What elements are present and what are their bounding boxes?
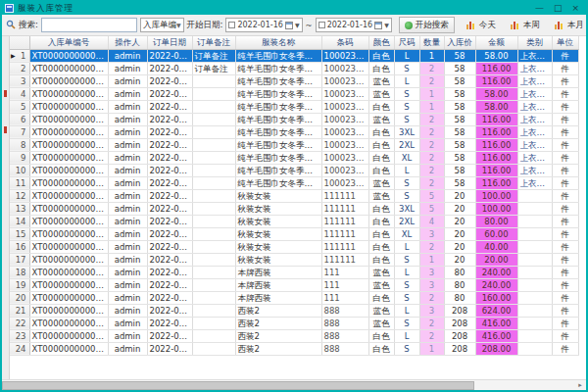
grid-cell[interactable]: 上衣→女 bbox=[517, 176, 552, 189]
grid-cell[interactable]: 蓝色 bbox=[368, 176, 394, 189]
grid-cell[interactable]: XT000000000003 bbox=[29, 240, 108, 253]
search-input[interactable] bbox=[41, 18, 137, 32]
grid-cell[interactable]: 秋装女装 bbox=[235, 240, 321, 253]
grid-cell[interactable]: 上衣→女 bbox=[517, 138, 552, 151]
grid-cell[interactable]: XT000000000005 bbox=[29, 176, 108, 189]
grid-cell[interactable]: 3 bbox=[419, 304, 444, 317]
grid-cell[interactable]: XT000000000004 bbox=[29, 215, 108, 227]
grid-cell[interactable] bbox=[192, 278, 235, 291]
grid-cell[interactable] bbox=[517, 342, 552, 355]
minimize-button[interactable]: — bbox=[535, 4, 544, 13]
grid-cell[interactable]: 件 bbox=[552, 62, 578, 74]
grid-cell[interactable]: 116.00 bbox=[475, 151, 517, 164]
grid-cell[interactable]: 80 bbox=[444, 266, 475, 278]
grid-cell[interactable]: admin bbox=[108, 227, 147, 240]
grid-cell[interactable]: XT000000000011 bbox=[29, 74, 108, 87]
grid-cell[interactable]: 80 bbox=[444, 291, 475, 304]
grid-cell[interactable]: 888 bbox=[321, 317, 368, 329]
grid-cell[interactable]: 订单备注 bbox=[192, 49, 235, 62]
grid-cell[interactable] bbox=[517, 266, 552, 278]
grid-cell[interactable]: admin bbox=[108, 138, 147, 151]
table-row[interactable]: 4XT000000000010admin2022-01-11纯羊毛围巾女冬季韩版… bbox=[10, 87, 578, 100]
table-row[interactable]: 20XT000000000002admin2022-01-04本牌西装111白色… bbox=[10, 291, 578, 304]
grid-cell[interactable]: 白色 bbox=[368, 49, 394, 62]
grid-cell[interactable]: 208 bbox=[444, 342, 475, 355]
grid-cell[interactable]: admin bbox=[108, 317, 147, 329]
grid-cell[interactable] bbox=[192, 100, 235, 113]
grid-cell[interactable]: 100023767054 bbox=[321, 49, 368, 62]
grid-cell[interactable] bbox=[192, 202, 235, 215]
column-header[interactable]: 服装名称 bbox=[235, 36, 321, 49]
grid-cell[interactable]: 1 bbox=[419, 87, 444, 100]
grid-cell[interactable]: 111111 bbox=[321, 227, 368, 240]
grid-cell[interactable]: 2022-01-04 bbox=[147, 189, 192, 202]
grid-cell[interactable]: admin bbox=[108, 329, 147, 342]
table-row[interactable]: 15XT000000000003admin2022-01-04秋装女装11111… bbox=[10, 227, 578, 240]
table-row[interactable]: 2XT000000000012admin2022-01-14订单备注纯羊毛围巾女… bbox=[10, 62, 578, 74]
grid-cell[interactable]: XT000000000002 bbox=[29, 266, 108, 278]
grid-cell[interactable]: 件 bbox=[552, 138, 578, 151]
row-header[interactable]: 7 bbox=[10, 125, 29, 138]
grid-cell[interactable]: XT000000000006 bbox=[29, 164, 108, 176]
grid-cell[interactable] bbox=[192, 342, 235, 355]
table-row[interactable]: 21XT000000000001admin2022-01-04西装2888蓝色L… bbox=[10, 304, 578, 317]
grid-cell[interactable] bbox=[517, 189, 552, 202]
grid-cell[interactable]: admin bbox=[108, 240, 147, 253]
close-button[interactable]: × bbox=[571, 4, 579, 13]
grid-cell[interactable] bbox=[192, 74, 235, 87]
row-header[interactable]: 20 bbox=[10, 291, 29, 304]
row-header[interactable]: 17 bbox=[10, 253, 29, 266]
row-header[interactable]: 24 bbox=[10, 342, 29, 355]
grid-cell[interactable]: 2022-01-04 bbox=[147, 317, 192, 329]
grid-cell[interactable] bbox=[192, 329, 235, 342]
grid-cell[interactable]: XT000000000003 bbox=[29, 253, 108, 266]
grid-cell[interactable] bbox=[517, 202, 552, 215]
grid-cell[interactable]: L bbox=[394, 49, 419, 62]
grid-cell[interactable]: XT000000000003 bbox=[29, 227, 108, 240]
grid-cell[interactable]: XT000000000001 bbox=[29, 329, 108, 342]
grid-cell[interactable]: 蓝色 bbox=[368, 87, 394, 100]
chevron-down-icon[interactable]: ▼ bbox=[384, 22, 389, 28]
left-dock-strip[interactable] bbox=[2, 36, 10, 379]
grid-cell[interactable]: 蓝色 bbox=[368, 278, 394, 291]
chevron-down-icon[interactable]: ▼ bbox=[295, 22, 300, 28]
grid-cell[interactable] bbox=[192, 227, 235, 240]
grid-cell[interactable]: 58.00 bbox=[475, 87, 517, 100]
filter-today-button[interactable]: 今天 bbox=[461, 17, 502, 33]
table-row[interactable]: ▶1XT000000000012admin2022-01-14订单备注纯羊毛围巾… bbox=[10, 49, 578, 62]
table-row[interactable]: 22XT000000000001admin2022-01-04西装2888蓝色S… bbox=[10, 317, 578, 329]
grid-cell[interactable]: admin bbox=[108, 151, 147, 164]
grid-cell[interactable]: admin bbox=[108, 304, 147, 317]
grid-cell[interactable]: S bbox=[394, 342, 419, 355]
column-header[interactable]: 数量 bbox=[419, 36, 444, 49]
grid-cell[interactable]: 秋装女装 bbox=[235, 189, 321, 202]
grid-cell[interactable]: 件 bbox=[552, 240, 578, 253]
grid-cell[interactable]: 白色 bbox=[368, 125, 394, 138]
grid-cell[interactable]: 蓝色 bbox=[368, 113, 394, 125]
grid-cell[interactable]: 2022-01-11 bbox=[147, 87, 192, 100]
grid-cell[interactable]: 2022-01-04 bbox=[147, 215, 192, 227]
grid-cell[interactable] bbox=[192, 317, 235, 329]
grid-cell[interactable]: 2022-01-04 bbox=[147, 304, 192, 317]
table-row[interactable]: 3XT000000000011admin2022-01-11纯羊毛围巾女冬季韩版… bbox=[10, 74, 578, 87]
column-header[interactable]: 条码 bbox=[321, 36, 368, 49]
table-row[interactable]: 24XT000000000001admin2022-01-04西装2888白色S… bbox=[10, 342, 578, 355]
grid-cell[interactable]: 240.00 bbox=[475, 278, 517, 291]
grid-cell[interactable]: 58 bbox=[444, 62, 475, 74]
table-row[interactable]: 13XT000000000004admin2022-01-04秋装女装11111… bbox=[10, 202, 578, 215]
scroll-right-arrow[interactable]: ▸ bbox=[575, 380, 585, 390]
grid-cell[interactable]: 2XL bbox=[394, 215, 419, 227]
grid-cell[interactable]: 58 bbox=[444, 151, 475, 164]
grid-cell[interactable]: 2022-01-04 bbox=[147, 342, 192, 355]
grid-cell[interactable]: 3XL bbox=[394, 202, 419, 215]
grid-cell[interactable]: 80.00 bbox=[475, 215, 517, 227]
grid-cell[interactable]: 40.00 bbox=[475, 240, 517, 253]
grid-cell[interactable] bbox=[192, 151, 235, 164]
grid-cell[interactable]: 100023767054 bbox=[321, 138, 368, 151]
grid-cell[interactable]: XT000000000009 bbox=[29, 125, 108, 138]
grid-cell[interactable]: admin bbox=[108, 266, 147, 278]
grid-cell[interactable]: admin bbox=[108, 113, 147, 125]
grid-cell[interactable]: 100023767054 bbox=[321, 87, 368, 100]
grid-cell[interactable]: 2022-01-14 bbox=[147, 62, 192, 74]
grid-cell[interactable] bbox=[517, 227, 552, 240]
